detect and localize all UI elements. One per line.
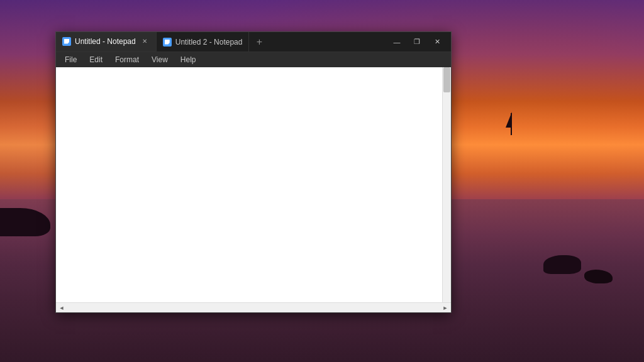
minimize-button[interactable]: —: [388, 35, 406, 49]
editor-area: [56, 67, 451, 302]
sailboat-decoration: [506, 107, 518, 135]
tab-2[interactable]: Untitled 2 - Notepad: [157, 32, 250, 52]
tab-2-label: Untitled 2 - Notepad: [175, 38, 243, 47]
notepad-icon-tab2: [163, 38, 172, 47]
tab-1-label: Untitled - Notepad: [75, 37, 136, 46]
tabs-area: Untitled - Notepad ✕ Untitled 2 - Notepa…: [56, 32, 383, 52]
horizontal-scroll-track[interactable]: [66, 305, 441, 310]
notepad-icon-tab1: [62, 37, 71, 46]
text-editor[interactable]: [56, 67, 451, 300]
vertical-scrollbar[interactable]: [442, 67, 451, 302]
title-bar: Untitled - Notepad ✕ Untitled 2 - Notepa…: [56, 32, 451, 52]
menu-help[interactable]: Help: [174, 53, 203, 66]
menu-edit[interactable]: Edit: [83, 53, 109, 66]
status-bar: ◄ ►: [56, 302, 451, 312]
scroll-right-button[interactable]: ►: [441, 304, 450, 312]
add-tab-button[interactable]: +: [249, 32, 269, 52]
close-button[interactable]: ✕: [428, 35, 446, 49]
rock-decoration-1: [543, 255, 581, 274]
notepad-window: Untitled - Notepad ✕ Untitled 2 - Notepa…: [55, 31, 452, 313]
menu-file[interactable]: File: [58, 53, 83, 66]
tab-1[interactable]: Untitled - Notepad ✕: [56, 32, 157, 52]
menu-view[interactable]: View: [145, 53, 174, 66]
window-controls: — ❐ ✕: [383, 32, 451, 52]
scrollbar-thumb[interactable]: [443, 67, 450, 92]
tab-1-close-button[interactable]: ✕: [140, 36, 150, 47]
rock-decoration-3: [0, 208, 50, 236]
rock-decoration-2: [584, 270, 613, 283]
menu-bar: File Edit Format View Help: [56, 52, 451, 67]
scroll-left-button[interactable]: ◄: [57, 304, 66, 312]
menu-format[interactable]: Format: [109, 53, 145, 66]
maximize-button[interactable]: ❐: [408, 35, 426, 49]
